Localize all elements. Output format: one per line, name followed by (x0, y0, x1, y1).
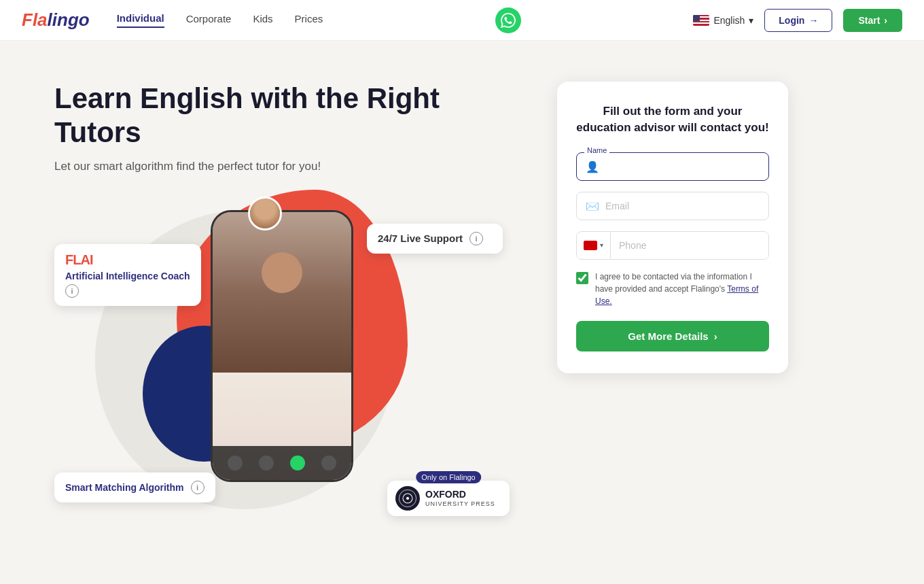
phone-icon-1 (228, 456, 243, 470)
consent-checkbox[interactable] (576, 272, 588, 284)
arrow-icon: › (884, 15, 887, 26)
name-input[interactable] (576, 152, 769, 181)
form-title: Fill out the form and your education adv… (576, 103, 769, 136)
consent-row: I agree to be contacted via the informat… (576, 271, 769, 307)
ai-coach-badge: FLAI Artificial Intelligence Coach i (54, 244, 201, 306)
tutor-avatar-sim (250, 199, 280, 228)
phone-mockup (211, 210, 353, 482)
live-support-info-icon[interactable]: i (469, 232, 483, 245)
contact-form-card: Fill out the form and your education adv… (557, 82, 788, 373)
nav-link-kids[interactable]: Kids (253, 13, 272, 27)
hero-title: Learn English with the Right Tutors (54, 82, 530, 150)
oxford-sub: UNIVERSITY PRESS (425, 500, 495, 507)
submit-button[interactable]: Get More Details › (576, 321, 769, 351)
phone-field: ▾ (576, 231, 769, 260)
consent-label: I agree to be contacted via the informat… (595, 271, 769, 307)
person-icon: 👤 (586, 160, 599, 173)
live-support-text: 24/7 Live Support (378, 233, 463, 244)
flag-us-icon (693, 15, 709, 26)
phone-input[interactable] (611, 232, 768, 259)
hero-section: Learn English with the Right Tutors Let … (0, 41, 924, 570)
tutor-avatar (248, 196, 282, 230)
nav-right: English ▾ Login → Start › (693, 9, 902, 32)
oxford-badge: Only on Flalingo OXFORD UNIVERSITY PRESS (387, 481, 510, 516)
phone-controls (213, 446, 351, 480)
whatsapp-button[interactable] (495, 7, 521, 33)
nav-link-corporate[interactable]: Corporate (186, 13, 232, 27)
email-field: ✉️ (576, 192, 769, 220)
email-input[interactable] (576, 192, 769, 220)
phone-field-wrapper: ▾ (576, 231, 769, 260)
nav-link-individual[interactable]: Individual (117, 12, 164, 28)
name-field: Name 👤 (576, 152, 769, 181)
flag-hk-icon (584, 241, 597, 250)
phone-icon-2 (259, 456, 274, 470)
flai-logo: FLAI (65, 252, 190, 268)
language-selector[interactable]: English ▾ (693, 15, 753, 26)
country-code-selector[interactable]: ▾ (577, 233, 611, 258)
live-support-badge: 24/7 Live Support i (367, 224, 503, 254)
tutor-video (213, 212, 351, 480)
arrow-right-icon: › (714, 330, 717, 342)
navbar: Flalingo Individual Corporate Kids Price… (0, 0, 924, 41)
ai-info-icon[interactable]: i (65, 284, 79, 298)
smart-matching-text: Smart Matching Algorithm (65, 482, 184, 493)
chevron-down-icon: ▾ (749, 15, 753, 26)
chevron-phone-icon: ▾ (600, 241, 603, 249)
oxford-logo (395, 486, 420, 511)
svg-point-2 (406, 497, 409, 500)
phone-screen (213, 212, 351, 480)
start-button[interactable]: Start › (843, 9, 902, 32)
oxford-name: OXFORD (425, 489, 495, 500)
nav-links: Individual Corporate Kids Prices (117, 12, 323, 28)
tutors-section: Carefully selected through our (0, 570, 924, 584)
language-label: English (713, 15, 745, 26)
name-label: Name (584, 146, 609, 154)
hero-subtitle: Let our smart algorithm find the perfect… (54, 160, 530, 173)
smart-matching-info-icon[interactable]: i (191, 481, 205, 494)
hero-left: Learn English with the Right Tutors Let … (54, 82, 530, 543)
smart-matching-badge: Smart Matching Algorithm i (54, 473, 215, 502)
ai-coach-text: Artificial Intelligence Coach (65, 271, 190, 281)
email-icon: ✉️ (586, 199, 599, 212)
nav-link-prices[interactable]: Prices (295, 13, 323, 27)
only-on-label: Only on Flalingo (416, 471, 481, 483)
oxford-text-block: OXFORD UNIVERSITY PRESS (425, 489, 495, 507)
logo[interactable]: Flalingo (22, 10, 90, 31)
phone-icon-4 (321, 456, 336, 470)
phone-icon-3 (290, 456, 305, 470)
form-container: Fill out the form and your education adv… (557, 82, 788, 373)
login-button[interactable]: Login → (764, 9, 832, 32)
illustration: FLAI Artificial Intelligence Coach i 24/… (54, 190, 516, 543)
login-icon: → (808, 15, 818, 26)
